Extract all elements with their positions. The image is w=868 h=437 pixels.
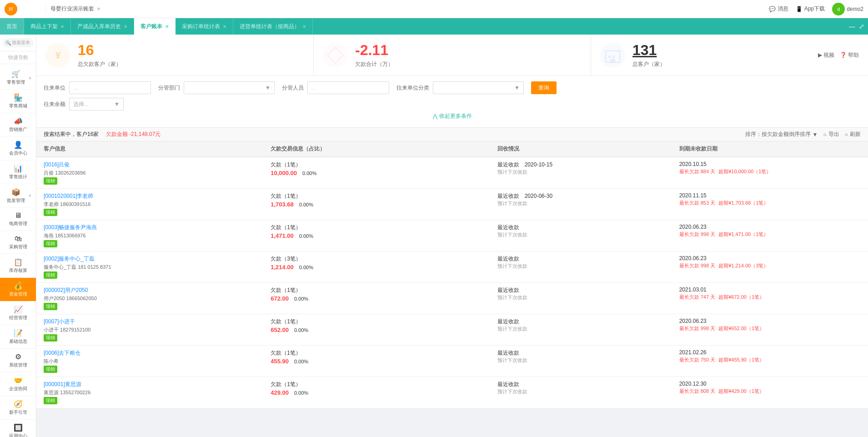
customer-info-0: [0016]吕俊 吕俊 13026203696 现销: [44, 161, 271, 185]
recovery-next-4: 预计下次收款: [497, 294, 679, 301]
dept-select[interactable]: ▼: [184, 81, 275, 94]
customer-tag-5: 现销: [44, 334, 57, 342]
dept-label: 分管部门: [158, 84, 180, 92]
sidebar-item-system[interactable]: ⚙ 系统管理: [0, 349, 36, 372]
tab-customer-account[interactable]: 客户账本 ✕: [134, 18, 176, 35]
overdue-link-1[interactable]: 超期¥1,703.68（1笔）: [718, 200, 768, 206]
debt-count-7: 欠款（1笔）: [271, 381, 497, 388]
debt-amount-2: 1,471.00: [271, 232, 294, 239]
tab-inbound-summary[interactable]: 进货单统计表（按商品） ✕: [233, 18, 313, 35]
sidebar-item-finance[interactable]: 💰 资金管理: [0, 278, 36, 301]
collapse-btn[interactable]: ⋀ 收起更多条件: [433, 112, 472, 120]
customer-name-0[interactable]: [0016]吕俊: [44, 161, 271, 169]
batch-mgmt-icon: 📦: [11, 188, 20, 196]
sidebar-item-app-center[interactable]: 🔲 应用中心: [0, 420, 36, 437]
marketing-icon: 📣: [14, 117, 23, 126]
stat-debt-value: -2.11: [355, 42, 393, 59]
category-arrow-icon: ▼: [514, 85, 520, 91]
customer-name-7[interactable]: [000001]黄思源: [44, 381, 271, 388]
customer-name-4[interactable]: [000002]用户2050: [44, 286, 271, 294]
recovery-info-4: 最近收款 预计下次收款: [497, 286, 679, 301]
result-text: 搜索结果中，客户16家: [44, 131, 99, 137]
sidebar-item-ecommerce[interactable]: 🖥 电商管理: [0, 208, 36, 231]
person-filter: 分管人员 ...: [282, 81, 389, 94]
customer-name-1[interactable]: [0001020001]李老师: [44, 192, 271, 200]
tab-close-icon[interactable]: ✕: [124, 24, 127, 29]
balance-label: 往来余额: [44, 100, 65, 108]
sort-select[interactable]: 排序：按欠款金额倒序排序 ▼: [745, 131, 818, 138]
due-date-3: 2020.06.23: [679, 255, 861, 261]
overdue-link-4[interactable]: 超期¥672.00（1笔）: [718, 294, 764, 300]
industry-selector[interactable]: 母婴行业演示账套 ▼: [45, 5, 106, 13]
sidebar-item-membership[interactable]: 👤 会员中心: [0, 137, 36, 161]
tab-close-icon[interactable]: ✕: [223, 24, 226, 29]
overdue-link-7[interactable]: 超期¥429.00（1笔）: [718, 388, 764, 394]
app-download-btn[interactable]: 📱 App下载: [796, 5, 825, 13]
sidebar-item-enterprise[interactable]: 🤝 企业协同: [0, 372, 36, 396]
tab-minimize-icon[interactable]: —: [849, 23, 855, 30]
sidebar-item-guide[interactable]: 🧭 新手引导: [0, 396, 36, 420]
customer-name-6[interactable]: [0006]去下粮仓: [44, 349, 271, 357]
tab-close-icon[interactable]: ✕: [165, 24, 169, 29]
overdue-info-1: 最长欠款 853 天 超期¥1,703.68（1笔）: [679, 200, 861, 206]
export-btn[interactable]: ○ 导出: [823, 131, 839, 138]
due-date-2: 2020.06.23: [679, 224, 861, 230]
sidebar-item-retail-mall[interactable]: 🏪 零售商城: [0, 90, 36, 113]
sidebar-item-retail-stats[interactable]: 📊 零售统计: [0, 161, 36, 184]
refresh-btn[interactable]: ○ 刷新: [845, 131, 861, 138]
tab-close-icon[interactable]: ✕: [60, 24, 64, 29]
overdue-link-6[interactable]: 超期¥455.90（1笔）: [718, 357, 764, 362]
overdue-link-0[interactable]: 超期¥10,000.00（1笔）: [718, 169, 771, 174]
customer-phone-4: 用户2050 18665062050: [44, 295, 271, 302]
recovery-info-5: 最近收款 预计下次收款: [497, 318, 679, 332]
recovery-info-2: 最近收款 预计下次收款: [497, 224, 679, 238]
tab-expand-icon[interactable]: ⤢: [859, 23, 864, 30]
customer-name-2[interactable]: [0003]畅捷服务尹海燕: [44, 224, 271, 231]
sidebar-item-marketing[interactable]: 📣 营销推广: [0, 113, 36, 137]
customer-tag-1: 现销: [44, 209, 57, 216]
search-button[interactable]: 查询: [531, 81, 557, 94]
sidebar-item-purchase-mgmt[interactable]: 🛍 采购管理: [0, 231, 36, 254]
overdue-link-2[interactable]: 超期¥1,471.00（1笔）: [718, 231, 768, 237]
enterprise-icon: 🤝: [14, 376, 23, 385]
from-unit-filter: 往来单位 ...: [44, 81, 151, 94]
result-info: 搜索结果中，客户16家 欠款金额 -21,148.07元: [44, 131, 161, 138]
sidebar-item-operations[interactable]: 📈 经营管理: [0, 301, 36, 325]
from-unit-dots: ...: [73, 85, 78, 91]
stats-row: ¥ 16 总欠款客户（家） -2.11 欠款合计（万）: [36, 35, 868, 76]
recovery-latest-4: 最近收款: [497, 286, 679, 294]
recovery-next-2: 预计下次收款: [497, 231, 679, 238]
balance-select[interactable]: 选择... ▼: [69, 98, 124, 111]
category-select[interactable]: ▼: [433, 81, 524, 94]
video-btn[interactable]: ▶ 视频: [818, 51, 834, 59]
help-btn[interactable]: ❓ 帮助: [840, 51, 859, 59]
tab-purchase-summary[interactable]: 采购订单统计表 ✕: [176, 18, 233, 35]
industry-arrow: ▼: [96, 6, 101, 12]
sidebar-item-batch-mgmt[interactable]: 📦 批发管理 ▼: [0, 184, 36, 208]
overdue-link-5[interactable]: 超期¥652.00（1笔）: [718, 326, 764, 331]
due-date-4: 2021.03.01: [679, 286, 861, 293]
debt-info-5: 欠款（1笔） 652.00 0.00%: [271, 318, 497, 334]
tab-product-offline[interactable]: 商品上下架 ✕: [24, 18, 71, 35]
user-profile[interactable]: d demo2: [832, 3, 863, 15]
message-btn[interactable]: 💬 消息: [769, 5, 788, 13]
sidebar-search-box[interactable]: 🔍 搜索菜单: [3, 38, 34, 47]
tab-product-history[interactable]: 产成品入库单历史 ✕: [71, 18, 134, 35]
sidebar-item-retail-mgmt[interactable]: 🛒 零售管理 ▲: [0, 66, 36, 90]
top-bar: 好 母婴行业演示账套 ▼ 💬 消息 📱 App下载 d demo2: [0, 0, 868, 18]
app-center-icon: 🔲: [14, 423, 23, 432]
debt-percent-4: 0.00%: [294, 296, 308, 301]
debt-percent-5: 0.00%: [294, 327, 308, 333]
tab-close-icon[interactable]: ✕: [302, 24, 306, 29]
person-input[interactable]: ...: [307, 81, 389, 94]
customer-tag-0: 现销: [44, 177, 57, 185]
from-unit-input[interactable]: ...: [69, 81, 151, 94]
category-filter: 往来单位分类 ▼: [396, 81, 524, 94]
debt-count-6: 欠款（1笔）: [271, 349, 497, 357]
overdue-link-3[interactable]: 超期¥1,214.00（3笔）: [718, 263, 768, 268]
sidebar-item-basic-info[interactable]: 📝 基础信息: [0, 325, 36, 349]
customer-name-3[interactable]: [0002]服务中心_丁磊: [44, 255, 271, 263]
tab-home[interactable]: 首页: [0, 18, 24, 35]
sidebar-item-inventory[interactable]: 📋 库存核算: [0, 254, 36, 278]
customer-name-5[interactable]: [0007]小进干: [44, 318, 271, 326]
